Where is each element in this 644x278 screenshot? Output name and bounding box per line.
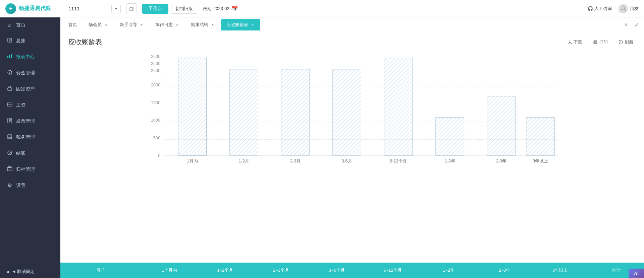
page-header: 应收账龄表 下载	[60, 32, 644, 49]
svg-text:¥: ¥	[8, 71, 11, 74]
print-label: 打印	[599, 39, 608, 45]
svg-text:2500: 2500	[151, 61, 160, 66]
sidebar-item-invoice[interactable]: 发票管理	[0, 113, 60, 129]
reports-icon	[7, 54, 13, 60]
logo-icon: ✦	[5, 3, 16, 14]
tab-oplog[interactable]: 操作日志 ×	[150, 19, 185, 30]
bar-chart: 0 500 1000 1500 2000 2500 2500 2500	[68, 53, 636, 173]
sidebar-label-home: 首页	[16, 22, 25, 28]
content-area: 首页 畅会员 × 新手引导 × 操作日志 × 期末结转 × 应收账龄表 ×	[60, 17, 644, 278]
th-3-6month: 3~6个月	[309, 267, 365, 273]
tab-member[interactable]: 畅会员 ×	[83, 19, 114, 30]
svg-text:1-2月: 1-2月	[238, 159, 249, 163]
sidebar-item-reports[interactable]: 报表中心	[0, 49, 60, 65]
tab-bar: 首页 畅会员 × 新手引导 × 操作日志 × 期末结转 × 应收账龄表 ×	[60, 17, 644, 32]
sidebar-label-ledger: 总账	[16, 38, 25, 44]
tab-guide[interactable]: 新手引导 ×	[114, 19, 149, 30]
company-dropdown-btn[interactable]: ▾	[111, 4, 121, 13]
sidebar-item-assets[interactable]: 固定资产	[0, 81, 60, 97]
th-1-2year: 1~2年	[421, 267, 476, 273]
calendar-icon[interactable]: 📅	[231, 5, 238, 12]
sidebar-item-ledger[interactable]: 总账	[0, 33, 60, 49]
period-area: 账期 2023-02 📅	[203, 5, 238, 12]
tab-member-close[interactable]: ×	[104, 22, 108, 27]
svg-text:1-2年: 1-2年	[445, 159, 455, 163]
ai-label: Ai	[634, 271, 639, 276]
sidebar-item-payroll[interactable]: 工资	[0, 97, 60, 113]
refresh-label: 刷新	[625, 39, 633, 45]
svg-rect-47	[230, 69, 258, 155]
tab-oplog-close[interactable]: ×	[175, 22, 179, 27]
chart-wrapper: 0 500 1000 1500 2000 2500 2500 2500	[68, 53, 636, 173]
ai-badge[interactable]: Ai	[629, 269, 644, 278]
th-2-3month: 2~3个月	[253, 267, 309, 273]
consult-button[interactable]: 🎧 人工咨询	[588, 6, 612, 12]
svg-text:1000: 1000	[151, 118, 160, 123]
tab-yearend-close[interactable]: ×	[210, 22, 215, 27]
svg-rect-49	[333, 69, 361, 155]
payroll-icon	[7, 102, 13, 109]
archive-icon	[7, 166, 13, 173]
svg-rect-8	[11, 54, 12, 58]
svg-rect-11	[8, 88, 12, 90]
download-label: 下载	[574, 39, 582, 45]
tab-actions: × ⤢	[621, 20, 641, 29]
user-avatar	[619, 4, 628, 13]
svg-rect-46	[178, 58, 207, 155]
download-button[interactable]: 下载	[565, 38, 585, 47]
sidebar-unpin[interactable]: ◄ ◄ 取消固定	[0, 265, 60, 278]
print-button[interactable]: 打印	[590, 38, 610, 47]
svg-rect-6	[7, 56, 8, 58]
company-name: 1111	[68, 6, 109, 11]
company-selector: 1111 ▾	[68, 3, 137, 14]
page-title: 应收账龄表	[68, 38, 102, 47]
invoice-icon	[7, 118, 13, 125]
sidebar-item-settings[interactable]: ⚙ 设置	[0, 178, 60, 193]
svg-text:2-3年: 2-3年	[496, 159, 506, 163]
sidebar-item-home[interactable]: ⌂ 首页	[0, 17, 60, 33]
sidebar-item-tax[interactable]: 税务管理	[0, 129, 60, 145]
copy-icon	[129, 6, 134, 11]
sidebar-label-payroll: 工资	[16, 102, 25, 108]
svg-text:3年以上: 3年以上	[533, 159, 548, 163]
svg-rect-53	[526, 118, 555, 155]
svg-text:0: 0	[158, 153, 160, 158]
tab-arage-close[interactable]: ×	[250, 22, 255, 27]
tab-guide-close[interactable]: ×	[139, 22, 144, 27]
tab-home-label: 首页	[68, 22, 77, 28]
sidebar-label-checkout: 结账	[16, 150, 25, 156]
sidebar-item-funds[interactable]: ¥ 资金管理	[0, 65, 60, 81]
copy-btn[interactable]	[126, 3, 137, 14]
svg-text:6-12个月: 6-12个月	[390, 159, 407, 163]
th-3yearplus: 3年以上	[532, 267, 588, 273]
close-all-tabs-btn[interactable]: ×	[621, 20, 631, 29]
user-area[interactable]: 用友	[619, 4, 639, 13]
svg-text:500: 500	[153, 136, 160, 140]
tab-home[interactable]: 首页	[63, 19, 83, 30]
svg-text:2500: 2500	[151, 68, 160, 73]
sidebar-label-funds: 资金管理	[16, 70, 35, 76]
table-header: 客户 1个月内 1~2个月 2~3个月 3~6个月 6~12个月 1~2年 2~…	[60, 263, 644, 278]
refresh-button[interactable]: 刷新	[616, 38, 636, 47]
tab-arage[interactable]: 应收账龄表 ×	[221, 19, 260, 30]
maximize-btn[interactable]: ⤢	[632, 20, 641, 29]
tab-arage-label: 应收账龄表	[226, 22, 248, 28]
settings-icon: ⚙	[7, 182, 13, 189]
header-right: 🎧 人工咨询 用友	[588, 4, 639, 13]
refresh-icon	[619, 40, 623, 45]
workbench-button[interactable]: 工作台	[142, 4, 168, 14]
tab-yearend-label: 期末结转	[191, 22, 208, 28]
version-switch-button[interactable]: 切到旧版	[171, 4, 197, 14]
tax-icon	[7, 134, 13, 141]
sidebar-item-checkout[interactable]: 结账	[0, 145, 60, 161]
ledger-icon	[7, 38, 13, 44]
th-1month: 1个月内	[142, 267, 197, 273]
home-icon: ⌂	[7, 22, 13, 28]
tab-yearend[interactable]: 期末结转 ×	[185, 19, 220, 30]
th-customer: 客户	[60, 267, 142, 273]
sidebar-label-archive: 归档管理	[16, 166, 35, 172]
unpin-icon: ◄	[5, 269, 10, 274]
svg-text:1月内: 1月内	[187, 159, 198, 163]
sidebar-item-archive[interactable]: 归档管理	[0, 161, 60, 178]
svg-text:1500: 1500	[151, 100, 160, 105]
